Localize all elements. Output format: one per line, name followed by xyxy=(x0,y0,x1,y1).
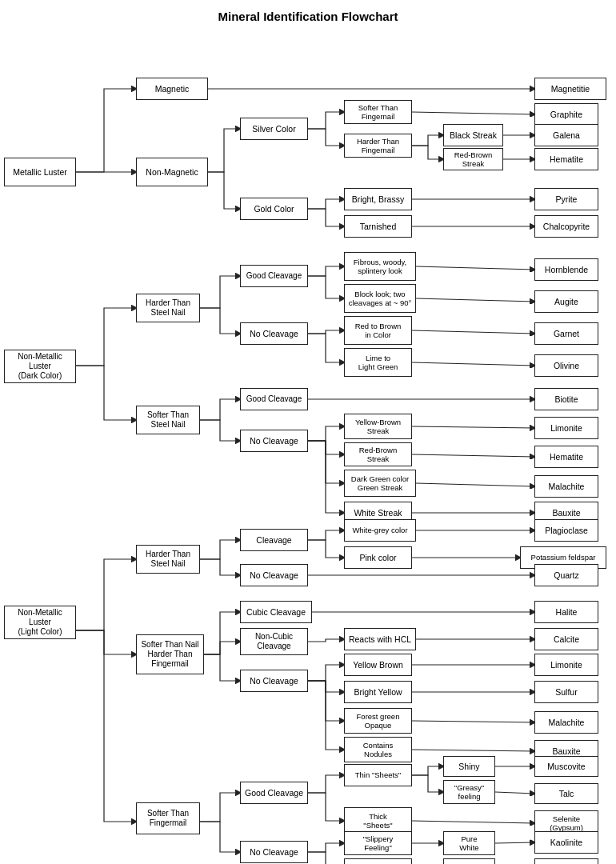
non-cubic-box: Non-CubicCleavage xyxy=(240,628,308,655)
harder-steel2-box: Harder ThanSteel Nail xyxy=(136,545,200,574)
svg-line-7 xyxy=(416,266,534,270)
slippery-feeling-box: "SlipperyFeeling" xyxy=(344,831,412,855)
hematite1-box: Hematite xyxy=(534,148,598,170)
cubic-cleavage-box: Cubic Cleavage xyxy=(240,601,312,623)
svg-line-2 xyxy=(412,112,534,114)
no-cleavage3-box: No Cleavage xyxy=(240,564,308,586)
chalcopyrite-box: Chalcopyrite xyxy=(534,215,598,238)
bright-brassy-box: Bright, Brassy xyxy=(344,188,412,210)
nonslippery-feeling-box: "Nonslippery"Feeling xyxy=(344,858,412,864)
hematite2-box: Hematite xyxy=(534,446,598,468)
gold-color-box: Gold Color xyxy=(240,198,308,220)
yellow-brown2-box: Yellow Brown xyxy=(344,654,412,676)
svg-line-8 xyxy=(416,298,534,302)
biotite-box: Biotite xyxy=(534,388,598,410)
contains-nodules-box: ContainsNodules xyxy=(344,737,412,762)
good-cleavage4-box: Good Cleavage xyxy=(240,782,308,804)
red-brown-streak2-box: Red-BrownStreak xyxy=(344,442,412,466)
limonite1-box: Limonite xyxy=(534,417,598,439)
reacts-hcl-box: Reacts with HCL xyxy=(344,628,416,650)
softer-fingernail-box: Softer Than Fingernail xyxy=(344,100,412,124)
olivine-box: Olivine xyxy=(534,354,598,377)
limonite2-box: Limonite xyxy=(534,654,598,676)
svg-line-27 xyxy=(412,821,534,823)
bright-yellow-box: Bright Yellow xyxy=(344,681,412,703)
pure-white-box: PureWhite xyxy=(443,831,495,855)
quartz-box: Quartz xyxy=(534,564,598,586)
softer-steel1-box: Softer ThanSteel Nail xyxy=(136,406,200,434)
harder-steel1-box: Harder ThanSteel Nail xyxy=(136,294,200,322)
red-brown-color-box: Red to Brownin Color xyxy=(344,316,412,345)
shiny-box: Shiny xyxy=(443,756,495,777)
magnetitie-box: Magnetitie xyxy=(534,78,606,100)
thin-sheets-box: Thin "Sheets" xyxy=(344,764,412,786)
non-metallic-light-box: Non-Metallic Luster(Light Color) xyxy=(4,606,76,639)
pink-color-box: Pink color xyxy=(344,546,412,569)
lime-light-green-box: Lime toLight Green xyxy=(344,348,412,377)
plagioclase-box: Plagioclase xyxy=(534,519,598,542)
non-magnetic-box: Non-Magnetic xyxy=(136,158,208,186)
malachite1-box: Malachite xyxy=(534,475,598,498)
calcite-box: Calcite xyxy=(534,628,598,650)
svg-line-23 xyxy=(412,721,534,722)
galena-box: Galena xyxy=(534,124,598,146)
good-cleavage2-box: Good Cleavage xyxy=(240,388,308,410)
dark-green-streak-box: Dark Green colorGreen Streak xyxy=(344,470,416,497)
svg-line-14 xyxy=(416,483,534,486)
no-cleavage2-box: No Cleavage xyxy=(240,430,308,452)
svg-line-24 xyxy=(412,750,534,751)
augite-box: Augite xyxy=(534,290,598,313)
halite-box: Halite xyxy=(534,601,598,623)
cleavage3-box: Cleavage xyxy=(240,529,308,551)
muscovite-box: Muscovite xyxy=(534,756,598,777)
alabaster-box: Alabaster(Gypsum) xyxy=(534,858,598,864)
hornblende-box: Hornblende xyxy=(534,258,598,281)
metallic-luster-box: Metallic Luster xyxy=(4,158,76,186)
svg-line-9 xyxy=(412,330,534,334)
good-cleavage1-box: Good Cleavage xyxy=(240,265,308,287)
sulfur-box: Sulfur xyxy=(534,681,598,703)
white-grey-box: White-grey color xyxy=(344,519,416,542)
kaolinite-box: Kaolinite xyxy=(534,831,598,854)
forest-green-box: Forest greenOpaque xyxy=(344,708,412,734)
fibrous-box: Fibrous, woody,splintery look xyxy=(344,252,416,281)
thick-sheets-box: Thick"Sheets" xyxy=(344,807,412,834)
no-cleavage5-box: No Cleavage xyxy=(240,841,308,863)
malachite2-box: Malachite xyxy=(534,711,598,734)
block-look-box: Block look; twocleavages at ~ 90° xyxy=(344,284,416,313)
talc-box: Talc xyxy=(534,783,598,804)
pyrite-box: Pyrite xyxy=(534,188,598,210)
non-metallic-dark-box: Non-Metallic Luster(Dark Color) xyxy=(4,350,76,383)
svg-line-12 xyxy=(412,426,534,428)
page-title: Mineral Identification Flowchart xyxy=(0,10,616,23)
svg-line-10 xyxy=(412,362,534,366)
softer-harder-box: Softer Than NailHarder ThanFingermail xyxy=(136,634,204,674)
svg-line-13 xyxy=(412,454,534,457)
greasy-feeling-box: "Greasy"feeling xyxy=(443,780,495,804)
no-cleavage4-box: No Cleavage xyxy=(240,670,308,692)
svg-line-28 xyxy=(495,842,534,843)
red-brown-streak-box: Red-Brown Streak xyxy=(443,148,503,170)
harder-fingernail-box: Harder Than Fingernail xyxy=(344,134,412,158)
black-streak-box: Black Streak xyxy=(443,124,503,146)
magnetic-box: Magnetic xyxy=(136,78,208,100)
graphite-box: Graphite xyxy=(534,103,598,126)
svg-line-26 xyxy=(495,792,534,794)
connector-lines xyxy=(0,30,616,864)
yellow-brown-streak-box: Yellow-BrownStreak xyxy=(344,414,412,439)
silver-color-box: Silver Color xyxy=(240,118,308,140)
tarnished-box: Tarnished xyxy=(344,215,412,238)
garnet-box: Garnet xyxy=(534,322,598,345)
softer-fingernail2-box: Softer ThanFingermail xyxy=(136,802,200,834)
no-cleavage1-box: No Cleavage xyxy=(240,322,308,345)
white2-box: White xyxy=(443,858,495,864)
